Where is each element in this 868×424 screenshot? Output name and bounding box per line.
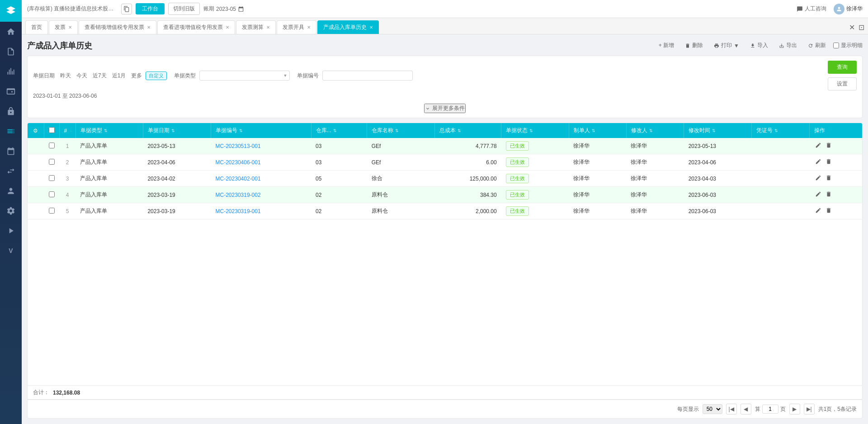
row-edit-btn[interactable] [814, 191, 823, 199]
th-checkbox[interactable] [44, 123, 59, 138]
sidebar-item-v[interactable]: V [0, 241, 22, 261]
row-number-link[interactable]: MC-20230513-001 [216, 143, 261, 149]
th-warehouse-code[interactable]: 仓库...⇅ [311, 123, 367, 138]
tab-invoice-open[interactable]: 发票开具 ✕ [277, 20, 316, 34]
row-number-cell[interactable]: MC-20230319-001 [211, 203, 311, 219]
row-checkbox[interactable] [49, 159, 55, 165]
sidebar-item-lock[interactable] [0, 101, 22, 121]
last1month-btn[interactable]: 近1月 [110, 71, 128, 80]
workbench-button[interactable]: 工作台 [136, 3, 165, 14]
last7days-btn[interactable]: 近7天 [91, 71, 108, 80]
th-modifier[interactable]: 修改人⇅ [626, 123, 684, 138]
row-number-link[interactable]: MC-20230406-001 [216, 159, 261, 166]
tab-product-history[interactable]: 产成品入库单历史 ✕ [317, 20, 379, 34]
th-type[interactable]: 单据类型⇅ [75, 123, 143, 138]
prev-page-btn[interactable]: ◀ [741, 404, 751, 414]
tab-invoice-close[interactable]: ✕ [68, 25, 72, 30]
row-number-link[interactable]: MC-20230402-001 [216, 176, 261, 182]
th-number[interactable]: 单据编号⇅ [211, 123, 311, 138]
tab-invoice-calc-close[interactable]: ✕ [266, 25, 270, 30]
row-number-link[interactable]: MC-20230319-001 [216, 208, 261, 214]
new-button[interactable]: + 新增 [655, 40, 678, 51]
query-button[interactable]: 查询 [828, 61, 857, 74]
reset-button[interactable]: 设置 [828, 77, 857, 91]
sidebar-item-home[interactable] [0, 22, 22, 42]
th-voucher[interactable]: 凭证号⇅ [752, 123, 809, 138]
row-edit-btn[interactable] [814, 142, 823, 150]
row-delete-btn[interactable] [824, 175, 833, 182]
row-checkbox[interactable] [49, 143, 55, 148]
sidebar-item-list[interactable] [0, 121, 22, 141]
sidebar-item-gear[interactable] [0, 201, 22, 221]
row-edit-btn[interactable] [814, 175, 823, 182]
sidebar-item-play[interactable] [0, 221, 22, 241]
row-settings-cell[interactable] [28, 203, 44, 219]
row-settings-cell[interactable] [28, 138, 44, 154]
maximize-button[interactable]: ⊡ [859, 23, 864, 32]
th-warehouse-name[interactable]: 仓库名称⇅ [367, 123, 434, 138]
row-delete-btn[interactable] [824, 142, 833, 150]
first-page-btn[interactable]: |◀ [726, 404, 737, 414]
refresh-button[interactable]: 刷新 [804, 40, 830, 51]
th-status[interactable]: 单据状态⇅ [501, 123, 569, 138]
sidebar-item-chart[interactable] [0, 62, 22, 81]
tab-input-vat-close[interactable]: ✕ [226, 25, 229, 30]
user-info[interactable]: 徐泽华 [834, 4, 863, 14]
import-button[interactable]: 导入 [746, 40, 772, 51]
tab-product-history-close[interactable]: ✕ [369, 25, 373, 30]
row-checkbox-cell[interactable] [44, 187, 59, 203]
row-number-cell[interactable]: MC-20230319-002 [211, 187, 311, 203]
row-number-cell[interactable]: MC-20230402-001 [211, 171, 311, 187]
last-page-btn[interactable]: ▶| [804, 404, 815, 414]
row-number-link[interactable]: MC-20230319-002 [216, 192, 261, 198]
row-settings-cell[interactable] [28, 171, 44, 187]
custom-date-btn[interactable]: 自定义 [146, 71, 167, 80]
more-btn[interactable]: 更多 [129, 71, 144, 80]
number-filter-input[interactable] [322, 71, 413, 81]
service-button[interactable]: 人工咨询 [797, 5, 826, 13]
th-date[interactable]: 单据日期⇅ [143, 123, 211, 138]
th-modify-time[interactable]: 修改时间⇅ [684, 123, 752, 138]
row-number-cell[interactable]: MC-20230406-001 [211, 154, 311, 171]
row-settings-cell[interactable] [28, 154, 44, 171]
row-edit-btn[interactable] [814, 207, 823, 215]
th-creator[interactable]: 制单人⇅ [569, 123, 626, 138]
select-all-checkbox[interactable] [49, 127, 55, 133]
sidebar-item-docs[interactable] [0, 42, 22, 62]
today-btn[interactable]: 今天 [75, 71, 89, 80]
next-page-btn[interactable]: ▶ [789, 404, 800, 414]
row-checkbox[interactable] [49, 175, 55, 181]
row-delete-btn[interactable] [824, 207, 833, 215]
page-number-input[interactable] [762, 405, 778, 414]
delete-button[interactable]: 删除 [681, 40, 707, 51]
row-checkbox[interactable] [49, 191, 55, 197]
row-checkbox[interactable] [49, 208, 55, 214]
yesterday-btn[interactable]: 昨天 [58, 71, 73, 80]
tab-input-vat[interactable]: 查看进项增值税专用发票 ✕ [157, 20, 235, 34]
tab-invoice-calc[interactable]: 发票测算 ✕ [236, 20, 276, 34]
export-button[interactable]: 导出 [775, 40, 801, 51]
settings-icon[interactable]: ⚙ [33, 128, 38, 134]
row-delete-btn[interactable] [824, 191, 833, 199]
tab-invoice[interactable]: 发票 ✕ [49, 20, 78, 34]
tab-invoice-open-close[interactable]: ✕ [307, 25, 311, 30]
close-all-button[interactable]: ✕ [849, 23, 855, 32]
row-checkbox-cell[interactable] [44, 138, 59, 154]
th-total-cost[interactable]: 总成本⇅ [434, 123, 501, 138]
tab-sales-vat-close[interactable]: ✕ [147, 25, 151, 30]
tab-home[interactable]: 首页 [25, 20, 48, 34]
history-button[interactable]: 切到旧版 [168, 3, 200, 15]
row-number-cell[interactable]: MC-20230513-001 [211, 138, 311, 154]
copy-button[interactable] [121, 4, 132, 14]
row-delete-btn[interactable] [824, 158, 833, 166]
tab-sales-vat[interactable]: 查看销项增值税专用发票 ✕ [79, 20, 156, 34]
type-select[interactable] [199, 71, 290, 81]
expand-filter-btn[interactable]: 展开更多条件 [424, 104, 466, 113]
row-checkbox-cell[interactable] [44, 171, 59, 187]
per-page-select[interactable]: 50 [703, 404, 722, 414]
display-detail-checkbox[interactable] [833, 43, 839, 48]
print-button[interactable]: 打印 ▼ [710, 40, 743, 51]
sidebar-item-wallet[interactable] [0, 81, 22, 101]
row-checkbox-cell[interactable] [44, 154, 59, 171]
row-checkbox-cell[interactable] [44, 203, 59, 219]
